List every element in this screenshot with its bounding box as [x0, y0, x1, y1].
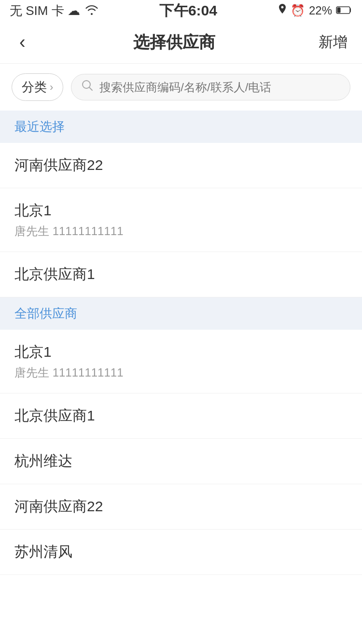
battery-level: 22% [309, 4, 332, 17]
chevron-right-icon: › [50, 81, 53, 94]
list-item[interactable]: 河南供应商22 [0, 143, 362, 188]
item-name: 河南供应商22 [14, 497, 348, 517]
recent-section-label: 最近选择 [14, 119, 65, 134]
search-icon [81, 79, 94, 95]
item-name: 杭州维达 [14, 451, 348, 471]
item-sub: 唐先生 11111111111 [14, 365, 348, 380]
category-filter-button[interactable]: 分类 › [12, 73, 63, 101]
status-right: ⏰ 22% [278, 4, 352, 17]
battery-icon [336, 4, 352, 17]
category-label: 分类 [22, 79, 47, 96]
list-item[interactable]: 杭州维达 [0, 439, 362, 484]
list-item[interactable]: 北京1 唐先生 11111111111 [0, 188, 362, 252]
item-name: 苏州清风 [14, 542, 348, 562]
all-items-list: 北京1 唐先生 11111111111北京供应商1 杭州维达 河南供应商22 苏… [0, 330, 362, 575]
search-box [71, 74, 350, 100]
recent-items-list: 河南供应商22 北京1 唐先生 11111111111北京供应商1 [0, 143, 362, 297]
svg-rect-1 [337, 8, 341, 13]
list-item[interactable]: 北京供应商1 [0, 393, 362, 439]
all-section-header: 全部供应商 [0, 297, 362, 330]
search-input[interactable] [99, 81, 340, 94]
all-section-label: 全部供应商 [14, 306, 77, 321]
item-name: 北京1 [14, 201, 348, 221]
new-action-button[interactable]: 新增 [319, 32, 348, 52]
list-item[interactable]: 北京1 唐先生 11111111111 [0, 330, 362, 393]
item-sub: 唐先生 11111111111 [14, 224, 348, 239]
wifi-icon [85, 3, 98, 18]
list-item[interactable]: 北京供应商1 [0, 252, 362, 297]
back-button[interactable]: ‹ [14, 27, 30, 57]
status-bar: 无 SIM 卡 ☁ 下午6:04 ⏰ 22% [0, 0, 362, 21]
recent-section-header: 最近选择 [0, 111, 362, 143]
list-item[interactable]: 苏州清风 [0, 530, 362, 575]
no-sim-label: 无 SIM 卡 ☁ [10, 2, 80, 19]
filter-bar: 分类 › [0, 64, 362, 111]
alarm-icon: ⏰ [291, 4, 305, 17]
location-icon [278, 4, 287, 17]
page-title: 选择供应商 [133, 31, 215, 54]
item-name: 北京供应商1 [14, 265, 348, 284]
item-name: 河南供应商22 [14, 155, 348, 175]
item-name: 北京1 [14, 342, 348, 362]
nav-bar: ‹ 选择供应商 新增 [0, 21, 362, 64]
status-time: 下午6:04 [159, 1, 217, 21]
list-item[interactable]: 河南供应商22 [0, 484, 362, 530]
status-left: 无 SIM 卡 ☁ [10, 2, 98, 19]
item-name: 北京供应商1 [14, 406, 348, 426]
